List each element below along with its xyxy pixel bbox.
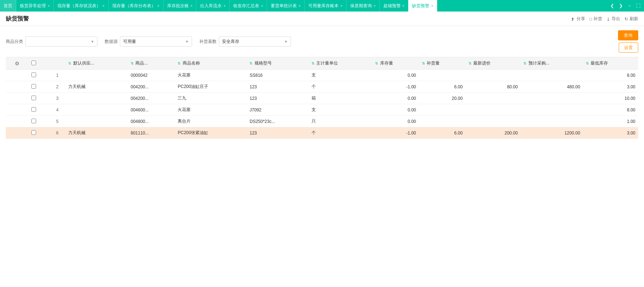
nav-tab-shortage-warn[interactable]: 缺货预警 × <box>408 0 437 12</box>
nav-tab-available-ledger[interactable]: 可用量库存账本 × <box>305 0 347 12</box>
export-action[interactable]: ⤓ 导出 <box>606 16 620 22</box>
nav-tab-exception-close[interactable]: × <box>48 4 50 8</box>
supplier-sort-icon: ⇅ <box>68 61 71 65</box>
row-product-code-cell: 0000042 <box>128 70 175 81</box>
nav-tab-batch-account-label: 库存批次账 <box>167 3 189 9</box>
restock-action[interactable]: □ 补货 <box>589 16 602 22</box>
header-actions: ⮭ 分享 □ 补货 ⤓ 导出 ↻ 刷新 <box>571 16 638 22</box>
nav-tab-inout-flow[interactable]: 出入库流水 × <box>196 0 230 12</box>
refresh-action[interactable]: ↻ 刷新 <box>625 16 638 22</box>
row-settings-cell <box>6 127 29 139</box>
nav-tab-batch-account[interactable]: 库存批次账 × <box>164 0 197 12</box>
table-header-row: ⚙ ⇅ 默认供应... ⇅ 商品... ⇅ <box>6 57 638 70</box>
col-est-purchase-header[interactable]: ⇅ 预计采购... <box>521 57 583 70</box>
col-latest-price-header[interactable]: ⇅ 最新进价 <box>466 57 521 70</box>
row-checkbox-cell[interactable] <box>29 127 49 139</box>
nav-tab-exception[interactable]: 炼货异常处理 × <box>16 0 54 12</box>
row-product-code-cell: 004200... <box>128 93 175 104</box>
nav-tab-expiry-query-close[interactable]: × <box>374 4 376 8</box>
row-supplier-cell <box>65 93 128 104</box>
share-icon: ⮭ <box>571 17 575 22</box>
restock-base-filter-group: 补货基数 安全库存 ▼ <box>199 36 291 47</box>
nav-tab-shortage-warn-close[interactable]: × <box>431 4 433 8</box>
col-unit-header[interactable]: ⇅ 主计量单位 <box>309 57 373 70</box>
nav-tab-available-ledger-close[interactable]: × <box>340 4 343 8</box>
query-button[interactable]: 查询 <box>618 30 638 40</box>
nav-minimize-button[interactable]: − <box>625 1 634 10</box>
datasource-select[interactable]: 可用量 ▼ <box>120 36 192 47</box>
data-table: ⚙ ⇅ 默认供应... ⇅ 商品... ⇅ <box>6 57 638 139</box>
col-product-name-header[interactable]: ⇅ 商品名称 <box>175 57 247 70</box>
nav-prev-button[interactable]: ❮ <box>608 1 617 10</box>
nav-tab-collect-summary-close[interactable]: × <box>261 4 263 8</box>
col-product-code-header[interactable]: ⇅ 商品... <box>128 57 175 70</box>
row-product-code-cell: 004200... <box>128 81 175 93</box>
row-checkbox-cell[interactable] <box>29 104 49 116</box>
row-checkbox[interactable] <box>31 107 36 112</box>
nav-tab-inventory-dist-close[interactable]: × <box>157 4 160 8</box>
category-filter-group: 商品分类 ▼ <box>6 36 97 47</box>
row-est-purchase-cell: 480.00 <box>521 81 583 93</box>
row-latest-price-cell: 80.00 <box>466 81 521 93</box>
row-checkbox-cell[interactable] <box>29 70 49 81</box>
row-supplier-cell: 力天机械 <box>65 127 128 139</box>
col-min-stock-header[interactable]: ⇅ 最低库存 <box>583 57 638 70</box>
col-checkbox-header[interactable] <box>29 57 49 70</box>
nav-tab-inventory-status[interactable]: 现存量（库存状况表） × <box>54 0 109 12</box>
row-stock-cell: 0.00 <box>372 93 419 104</box>
nav-tab-home[interactable]: 首页 <box>0 0 16 12</box>
category-select[interactable]: ▼ <box>25 36 97 47</box>
nav-tab-requisition-stat[interactable]: 要货单统计表 × <box>267 0 305 12</box>
nav-tab-inventory-dist[interactable]: 现存量（库存分布表） × <box>109 0 164 12</box>
col-min-stock-label: 最低库存 <box>591 61 608 66</box>
row-checkbox-cell[interactable] <box>29 93 49 104</box>
nav-tab-collect-summary[interactable]: 收发存汇总表 × <box>230 0 267 12</box>
col-unit-label: 主计量单位 <box>316 61 338 66</box>
row-min-stock-cell: 8.00 <box>583 104 638 116</box>
nav-tab-inventory-status-close[interactable]: × <box>103 4 105 8</box>
filter-right: 查询 设置 <box>618 30 638 53</box>
select-all-checkbox[interactable] <box>31 61 36 65</box>
latest-price-sort-icon: ⇅ <box>469 61 471 65</box>
row-checkbox[interactable] <box>31 72 36 77</box>
nav-maximize-button[interactable]: ⛶ <box>634 1 643 10</box>
row-checkbox[interactable] <box>31 130 36 135</box>
row-checkbox[interactable] <box>31 119 36 123</box>
col-stock-header[interactable]: ⇅ 库存量 <box>372 57 419 70</box>
row-checkbox-cell[interactable] <box>29 116 49 127</box>
row-restock-cell: 20.00 <box>419 93 466 104</box>
nav-tab-inout-flow-close[interactable]: × <box>223 4 226 8</box>
settings-button[interactable]: 设置 <box>619 43 638 53</box>
row-latest-price-cell <box>466 93 521 104</box>
nav-tab-home-label: 首页 <box>4 3 12 9</box>
nav-tab-overstock-warn-close[interactable]: × <box>402 4 405 8</box>
row-checkbox[interactable] <box>31 96 36 100</box>
nav-tab-requisition-stat-close[interactable]: × <box>299 4 301 8</box>
restock-base-select[interactable]: 安全库存 ▼ <box>219 36 291 47</box>
nav-tab-overstock-warn[interactable]: 超储预警 × <box>380 0 409 12</box>
row-supplier-cell <box>65 70 128 81</box>
share-action[interactable]: ⮭ 分享 <box>571 16 585 22</box>
row-spec-cell: 123 <box>247 81 308 93</box>
nav-next-button[interactable]: ❯ <box>617 1 625 10</box>
top-navigation: 首页 炼货异常处理 × 现存量（库存状况表） × 现存量（库存分布表） × 库存… <box>0 0 644 12</box>
col-settings-header[interactable]: ⚙ <box>6 57 29 70</box>
table-row: 4 004600... 火花塞 J7092 支 0.00 8.00 <box>6 104 638 116</box>
row-settings-cell <box>6 104 29 116</box>
col-product-code-label: 商品... <box>135 61 148 66</box>
row-checkbox[interactable] <box>31 84 36 89</box>
row-num-cell: 5 <box>49 116 66 127</box>
restock-sort-icon: ⇅ <box>422 61 425 65</box>
gear-icon[interactable]: ⚙ <box>14 61 20 66</box>
nav-tab-batch-account-close[interactable]: × <box>191 4 193 8</box>
col-spec-header[interactable]: ⇅ 规格型号 <box>247 57 308 70</box>
row-checkbox-cell[interactable] <box>29 81 49 93</box>
row-est-purchase-cell <box>521 104 583 116</box>
nav-tab-expiry-query[interactable]: 保质期查询 × <box>347 0 380 12</box>
row-supplier-cell: 力天机械 <box>65 81 128 93</box>
col-supplier-header[interactable]: ⇅ 默认供应... <box>65 57 128 70</box>
row-est-purchase-cell <box>521 70 583 81</box>
product-name-sort-icon: ⇅ <box>178 61 180 65</box>
col-restock-header[interactable]: ⇅ 补货量 <box>419 57 466 70</box>
row-stock-cell: -1.00 <box>372 127 419 139</box>
